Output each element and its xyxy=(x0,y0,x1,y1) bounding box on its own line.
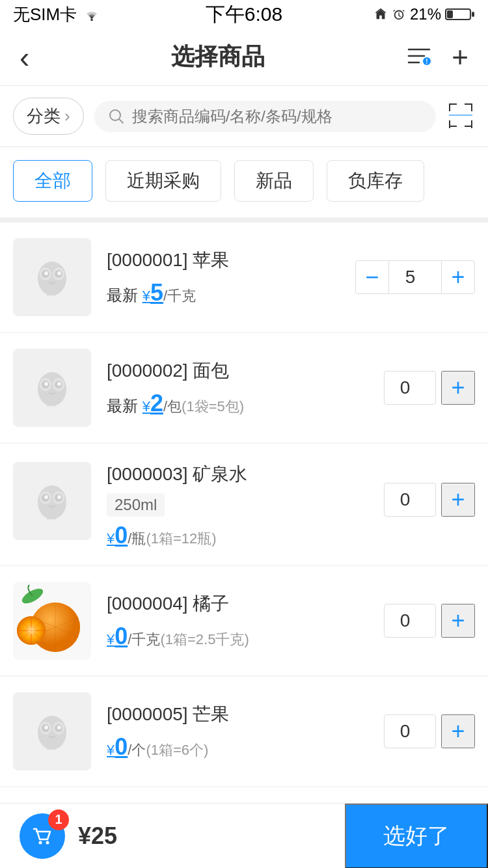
svg-point-0 xyxy=(90,19,93,21)
status-left: 无SIM卡 xyxy=(13,3,102,26)
svg-point-42 xyxy=(57,495,61,499)
search-input-wrap xyxy=(94,101,436,132)
search-input[interactable] xyxy=(132,107,423,126)
product-name-4: [0000004] 橘子 xyxy=(107,591,384,616)
svg-text:智十: 智十 xyxy=(46,290,59,297)
cart-icon-button[interactable]: 1 xyxy=(20,813,65,859)
filter-icon[interactable]: ! xyxy=(406,44,432,70)
product-price-4: ¥0/千克(1箱=2.5千克) xyxy=(107,623,384,650)
qty-input-4[interactable] xyxy=(384,604,436,638)
qty-input-5[interactable] xyxy=(384,714,436,748)
product-image-5: 智十 xyxy=(13,692,91,770)
tab-new[interactable]: 新品 xyxy=(234,160,314,202)
svg-text:智十: 智十 xyxy=(46,744,59,751)
qty-control-1: − + xyxy=(355,260,475,294)
svg-rect-12 xyxy=(449,103,450,111)
product-spec-3: 250ml xyxy=(107,493,165,517)
qty-minus-button-1[interactable]: − xyxy=(355,260,389,294)
wifi-icon xyxy=(82,7,102,21)
add-icon[interactable]: + xyxy=(452,41,468,74)
product-price-1: 最新 ¥5/千克 xyxy=(107,279,355,306)
qty-control-3: + xyxy=(384,483,475,517)
svg-point-60 xyxy=(57,726,61,729)
qty-plus-button-4[interactable]: + xyxy=(441,604,475,638)
tab-recent[interactable]: 近期采购 xyxy=(105,160,221,202)
category-button[interactable]: 分类 › xyxy=(13,98,84,135)
battery-icon xyxy=(445,7,475,21)
alarm-icon xyxy=(392,7,406,21)
scan-icon[interactable] xyxy=(446,101,475,132)
qty-plus-button-5[interactable]: + xyxy=(441,714,475,748)
product-item: 智十 [0000005] 芒果 ¥0/个(1箱=6个) + xyxy=(0,677,488,786)
product-image-2: 智十 xyxy=(13,349,91,427)
confirm-button[interactable]: 选好了 xyxy=(345,804,488,869)
product-name-5: [0000005] 芒果 xyxy=(107,702,384,727)
qty-plus-button-3[interactable]: + xyxy=(441,483,475,517)
qty-input-1[interactable] xyxy=(389,260,441,294)
qty-control-2: + xyxy=(384,371,475,405)
page-title: 选择商品 xyxy=(171,41,265,73)
product-name-2: [0000002] 面包 xyxy=(107,359,384,383)
tab-all[interactable]: 全部 xyxy=(13,160,92,202)
location-icon xyxy=(373,7,388,21)
qty-plus-button-1[interactable]: + xyxy=(441,260,475,294)
filter-tabs: 全部 近期采购 新品 负库存 xyxy=(0,147,488,223)
svg-point-71 xyxy=(46,841,49,844)
nav-bar: ‹ 选择商品 ! + xyxy=(0,29,488,86)
status-bar: 无SIM卡 下午6:08 21% xyxy=(0,0,488,29)
qty-control-4: + xyxy=(384,604,475,638)
category-arrow: › xyxy=(64,106,70,126)
svg-rect-3 xyxy=(447,10,453,18)
product-item: 智十 [0000001] 苹果 最新 ¥5/千克 − + xyxy=(0,223,488,332)
svg-point-41 xyxy=(44,495,48,499)
qty-plus-button-2[interactable]: + xyxy=(441,371,475,405)
svg-rect-19 xyxy=(449,115,472,116)
svg-point-26 xyxy=(57,271,61,275)
cart-badge: 1 xyxy=(48,809,69,830)
owl-logo-icon: 智十 xyxy=(26,705,78,757)
svg-point-53 xyxy=(28,627,34,634)
svg-text:!: ! xyxy=(426,58,428,65)
owl-logo-icon: 智十 xyxy=(26,251,78,303)
svg-text:智十: 智十 xyxy=(46,400,59,407)
battery-text: 21% xyxy=(410,5,441,23)
product-info-4: [0000004] 橘子 ¥0/千克(1箱=2.5千克) xyxy=(107,591,384,650)
product-info-5: [0000005] 芒果 ¥0/个(1箱=6个) xyxy=(107,702,384,761)
owl-logo-icon: 智十 xyxy=(26,362,78,414)
svg-rect-14 xyxy=(471,103,472,111)
svg-text:智十: 智十 xyxy=(46,513,59,521)
product-info-3: [0000003] 矿泉水 250ml ¥0/瓶(1箱=12瓶) xyxy=(107,462,384,549)
product-item: 智十 [0000002] 面包 最新 ¥2/包(1袋=5包) + xyxy=(0,333,488,442)
carrier-text: 无SIM卡 xyxy=(13,3,77,26)
owl-logo-icon: 智十 xyxy=(26,475,78,527)
svg-point-33 xyxy=(44,382,48,386)
qty-control-5: + xyxy=(384,714,475,748)
search-row: 分类 › xyxy=(0,86,488,147)
nav-actions: ! + xyxy=(406,41,468,74)
orange-fruit-image xyxy=(13,582,91,660)
product-item: 智十 [0000003] 矿泉水 250ml ¥0/瓶(1箱=12瓶) + xyxy=(0,444,488,565)
tab-negative-stock[interactable]: 负库存 xyxy=(327,160,424,202)
qty-input-3[interactable] xyxy=(384,483,436,517)
svg-rect-4 xyxy=(472,12,474,17)
product-info-1: [0000001] 苹果 最新 ¥5/千克 xyxy=(107,248,355,306)
product-item: [0000004] 橘子 ¥0/千克(1箱=2.5千克) + xyxy=(0,566,488,675)
svg-point-25 xyxy=(44,271,48,275)
svg-point-34 xyxy=(57,382,61,386)
product-price-5: ¥0/个(1箱=6个) xyxy=(107,733,384,761)
status-time: 下午6:08 xyxy=(206,1,282,28)
product-info-2: [0000002] 面包 最新 ¥2/包(1袋=5包) xyxy=(107,359,384,417)
back-button[interactable]: ‹ xyxy=(20,40,29,75)
product-name-3: [0000003] 矿泉水 xyxy=(107,462,384,487)
svg-point-70 xyxy=(39,841,42,844)
cart-area: 1 ¥25 xyxy=(0,813,345,859)
svg-point-59 xyxy=(44,726,48,729)
search-icon xyxy=(107,107,126,126)
category-label: 分类 xyxy=(27,105,61,128)
cart-total: ¥25 xyxy=(78,822,117,850)
bottom-bar: 1 ¥25 选好了 xyxy=(0,803,488,868)
qty-input-2[interactable] xyxy=(384,371,436,405)
product-price-2: 最新 ¥2/包(1袋=5包) xyxy=(107,390,384,417)
svg-rect-16 xyxy=(449,120,450,128)
status-right: 21% xyxy=(373,5,475,23)
